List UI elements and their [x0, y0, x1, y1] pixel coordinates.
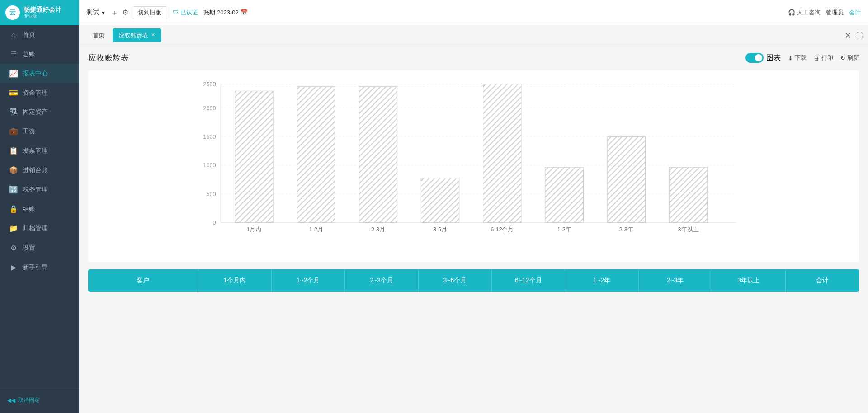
role-label[interactable]: 会计 — [849, 9, 861, 17]
sidebar-item-home[interactable]: ⌂ 首页 — [0, 25, 79, 44]
page-title: 应收账龄表 — [88, 52, 129, 63]
bar-2-3月 — [359, 87, 397, 223]
tab-close-icon[interactable]: ✕ — [151, 32, 155, 38]
tab-home-label: 首页 — [93, 31, 104, 39]
table-header-cell: 1~2年 — [565, 269, 638, 292]
salary-icon: 💼 — [9, 127, 18, 136]
sidebar-item-guide[interactable]: ▶ 新手引导 — [0, 258, 79, 277]
user-label[interactable]: 管理员 — [826, 9, 844, 17]
purchase-icon: 📦 — [9, 166, 18, 174]
verified-badge: 🛡 已认证 — [173, 9, 198, 17]
sidebar-item-purchase[interactable]: 📦 进销台账 — [0, 160, 79, 180]
svg-text:0: 0 — [212, 220, 216, 226]
refresh-button[interactable]: ↻ 刷新 — [840, 54, 859, 62]
sidebar: 云 畅捷通好会计 专业版 ⌂ 首页 ☰ 总账 📈 报表中心 💳 资金管理 🏗 固… — [0, 0, 79, 413]
sidebar-bottom: ◀◀ 取消固定 — [0, 387, 79, 413]
bar-1-2月 — [297, 87, 335, 223]
svg-text:2000: 2000 — [203, 105, 216, 112]
calendar-icon[interactable]: 📅 — [241, 9, 248, 16]
home-icon: ⌂ — [9, 31, 18, 39]
tabbar: 首页 应收账龄表 ✕ ✕ ⛶ — [79, 25, 868, 45]
settings-icon[interactable]: ⚙ — [122, 8, 128, 17]
sidebar-item-report[interactable]: 📈 报表中心 — [0, 64, 79, 83]
topbar: 测试 ▾ ＋ ⚙ 切到旧版 🛡 已认证 账期 2023-02 📅 🎧 人工咨询 … — [79, 0, 868, 25]
cancel-fixed-button[interactable]: ◀◀ 取消固定 — [0, 392, 79, 408]
company-name: 测试 — [86, 9, 99, 17]
expand-icon[interactable]: ⛶ — [856, 32, 863, 39]
chart-container: 0 500 1000 1500 2000 2500 1月内 — [88, 70, 859, 262]
sidebar-item-salary[interactable]: 💼 工资 — [0, 122, 79, 141]
close-icon: 🔒 — [9, 205, 18, 213]
shield-icon: 🛡 — [173, 9, 179, 16]
svg-text:2500: 2500 — [203, 81, 216, 88]
sidebar-item-invoice[interactable]: 📋 发票管理 — [0, 141, 79, 160]
sidebar-item-fund[interactable]: 💳 资金管理 — [0, 83, 79, 103]
table-header: 客户1个月内1~2个月2~3个月3~6个月6~12个月1~2年2~3年3年以上合… — [88, 269, 859, 292]
sidebar-item-label-close: 结账 — [23, 205, 35, 213]
svg-text:1-2月: 1-2月 — [309, 226, 323, 233]
sidebar-item-tax[interactable]: 🔢 税务管理 — [0, 180, 79, 199]
bar-3-6月 — [421, 178, 459, 223]
service-button[interactable]: 🎧 人工咨询 — [788, 9, 821, 17]
archive-icon: 📁 — [9, 224, 18, 233]
topbar-right: 🎧 人工咨询 管理员 会计 — [788, 9, 861, 17]
svg-text:1月内: 1月内 — [246, 226, 261, 233]
bar-6-12月 — [483, 84, 521, 223]
table-header-cell: 2~3年 — [639, 269, 712, 292]
add-icon[interactable]: ＋ — [110, 7, 118, 18]
chevron-down-icon: ▾ — [102, 9, 105, 16]
asset-icon: 🏗 — [9, 108, 18, 116]
table-header-cell: 3~6个月 — [419, 269, 492, 292]
sidebar-nav: ⌂ 首页 ☰ 总账 📈 报表中心 💳 资金管理 🏗 固定资产 💼 工资 📋 发票… — [0, 25, 79, 387]
sidebar-item-label-purchase: 进销台账 — [23, 166, 48, 174]
topbar-actions: ＋ ⚙ 切到旧版 — [110, 6, 167, 19]
company-selector[interactable]: 测试 ▾ — [86, 9, 105, 17]
table-header-cell: 客户 — [88, 269, 198, 292]
sidebar-item-label-invoice: 发票管理 — [23, 147, 48, 155]
sidebar-item-settings[interactable]: ⚙ 设置 — [0, 238, 79, 258]
sidebar-logo: 云 畅捷通好会计 专业版 — [0, 0, 79, 25]
print-icon: 🖨 — [814, 55, 820, 61]
main-area: 测试 ▾ ＋ ⚙ 切到旧版 🛡 已认证 账期 2023-02 📅 🎧 人工咨询 … — [79, 0, 868, 413]
bar-1月内 — [235, 91, 273, 222]
sidebar-item-ledger[interactable]: ☰ 总账 — [0, 44, 79, 64]
headset-icon: 🎧 — [788, 9, 795, 16]
close-window-icon[interactable]: ✕ — [845, 31, 851, 40]
sidebar-item-label-report: 报表中心 — [23, 70, 48, 78]
window-controls: ✕ ⛶ — [840, 25, 868, 45]
settings-icon: ⚙ — [9, 244, 18, 252]
logo-icon: 云 — [5, 5, 20, 20]
table-header-cell: 1~2个月 — [272, 269, 345, 292]
table-header-cell: 6~12个月 — [492, 269, 565, 292]
sidebar-item-label-tax: 税务管理 — [23, 186, 48, 194]
download-button[interactable]: ⬇ 下载 — [788, 54, 807, 62]
sidebar-item-archive[interactable]: 📁 归档管理 — [0, 219, 79, 238]
svg-text:1000: 1000 — [203, 162, 216, 169]
tab-aging[interactable]: 应收账龄表 ✕ — [113, 28, 161, 42]
bar-3年以上 — [669, 167, 707, 222]
svg-text:1500: 1500 — [203, 134, 216, 140]
table-container: 客户1个月内1~2个月2~3个月3~6个月6~12个月1~2年2~3年3年以上合… — [88, 269, 859, 292]
download-icon: ⬇ — [788, 55, 793, 61]
sidebar-item-label-fund: 资金管理 — [23, 89, 48, 97]
refresh-icon: ↻ — [840, 55, 845, 61]
sidebar-item-label-ledger: 总账 — [23, 50, 35, 58]
logo-text: 畅捷通好会计 专业版 — [24, 6, 61, 20]
tab-home[interactable]: 首页 — [86, 28, 111, 42]
sidebar-item-label-archive: 归档管理 — [23, 225, 48, 233]
chart-toggle-container: 图表 — [745, 53, 781, 63]
sidebar-item-label-asset: 固定资产 — [23, 108, 48, 116]
sidebar-item-asset[interactable]: 🏗 固定资产 — [0, 103, 79, 122]
report-icon: 📈 — [9, 69, 18, 78]
chart-toggle[interactable] — [745, 53, 764, 63]
page-header: 应收账龄表 图表 ⬇ 下载 🖨 打印 ↻ — [88, 52, 859, 63]
switch-version-button[interactable]: 切到旧版 — [132, 6, 167, 19]
fund-icon: 💳 — [9, 89, 18, 97]
svg-text:1-2年: 1-2年 — [557, 226, 571, 233]
sidebar-item-close[interactable]: 🔒 结账 — [0, 199, 79, 219]
pin-icon: ◀◀ — [7, 397, 15, 404]
print-button[interactable]: 🖨 打印 — [814, 54, 833, 62]
svg-text:2-3年: 2-3年 — [619, 226, 633, 233]
table-header-cell: 1个月内 — [198, 269, 272, 292]
bar-2-3年 — [607, 137, 645, 223]
